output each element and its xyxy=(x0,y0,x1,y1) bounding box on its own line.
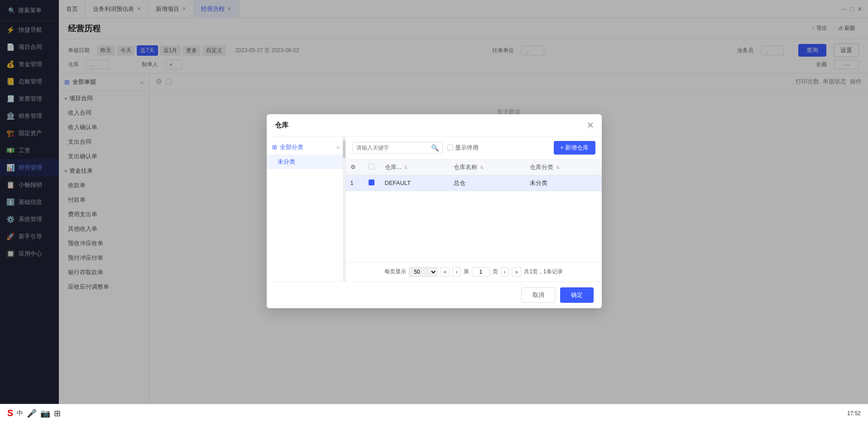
table-row[interactable]: 1 DEFAULT 总仓 未分类 xyxy=(346,175,602,191)
tree-scrollbar-thumb xyxy=(343,140,345,158)
modal-overlay: 仓库 ✕ ⊞ 全部分类 « 未分类 xyxy=(0,0,868,422)
prev-page-btn[interactable]: ‹ xyxy=(452,267,460,276)
row-checkbox[interactable] xyxy=(364,175,380,191)
show-disabled-label: 显示停用 xyxy=(455,144,479,152)
taskbar-icon-chinese[interactable]: 中 xyxy=(17,409,23,417)
th-category: 仓库分类 ⇅ xyxy=(525,160,601,175)
modal-total: 共1页，1条记录 xyxy=(524,268,562,276)
th-checkbox xyxy=(364,160,380,175)
row-name: 总仓 xyxy=(449,175,525,191)
grid-icon: ⊞ xyxy=(272,144,277,150)
th-code: 仓库... ⇅ xyxy=(380,160,449,175)
taskbar: S 中 🎤 📷 ⊞ 17:52 xyxy=(0,404,868,422)
modal-tree-all-label: 全部分类 xyxy=(280,143,303,151)
show-disabled-checkbox[interactable]: 显示停用 xyxy=(447,144,479,152)
row-code: DEFAULT xyxy=(380,175,449,191)
search-icon: 🔍 xyxy=(431,144,439,151)
th-name: 仓库名称 ⇅ xyxy=(449,160,525,175)
taskbar-icons: S 中 🎤 📷 ⊞ xyxy=(7,408,61,418)
warehouse-search-input[interactable] xyxy=(356,145,431,151)
page-calc-label: 第 xyxy=(464,268,469,276)
confirm-button[interactable]: 确定 xyxy=(560,287,594,303)
next-page-btn[interactable]: › xyxy=(501,267,509,276)
row-id: 1 xyxy=(346,175,364,191)
taskbar-icon-grid[interactable]: ⊞ xyxy=(54,408,61,418)
modal-close-button[interactable]: ✕ xyxy=(587,121,594,131)
per-page-label: 每页显示 xyxy=(384,268,406,276)
modal-tree-collapse-icon[interactable]: « xyxy=(336,144,340,150)
sort-icon: ⇅ xyxy=(480,165,484,170)
row-category: 未分类 xyxy=(525,175,601,191)
taskbar-time: 17:52 xyxy=(847,410,861,417)
modal-title: 仓库 xyxy=(275,121,288,130)
modal-header: 仓库 ✕ xyxy=(267,114,602,136)
modal-tree-panel: ⊞ 全部分类 « 未分类 xyxy=(267,136,346,281)
modal-page-input[interactable] xyxy=(472,267,490,276)
modal-toolbar: 🔍 显示停用 + 新增仓库 xyxy=(346,136,602,160)
th-settings: ⚙ xyxy=(346,160,364,175)
taskbar-icon-s[interactable]: S xyxy=(7,408,13,418)
modal-body: ⊞ 全部分类 « 未分类 🔍 xyxy=(267,136,602,281)
sort-icon: ⇅ xyxy=(404,165,408,170)
col-settings-icon[interactable]: ⚙ xyxy=(350,164,356,170)
modal-table-wrap: ⚙ 仓库... ⇅ 仓库名称 xyxy=(346,160,602,262)
first-page-btn[interactable]: « xyxy=(440,267,450,276)
tree-scrollbar-track xyxy=(343,136,345,281)
cancel-button[interactable]: 取消 xyxy=(521,287,556,303)
modal-footer: 取消 确定 xyxy=(267,281,602,308)
warehouse-search-box[interactable]: 🔍 xyxy=(352,142,443,154)
row-select-checkbox[interactable] xyxy=(369,179,374,185)
modal-pagination: 每页显示 50 100 « ‹ 第 页 › » 共1页，1条记录 xyxy=(346,262,602,281)
taskbar-icon-camera[interactable]: 📷 xyxy=(40,408,50,418)
disabled-checkbox[interactable] xyxy=(447,145,453,150)
modal-tree-all[interactable]: ⊞ 全部分类 « xyxy=(267,140,345,155)
modal-content: 🔍 显示停用 + 新增仓库 ⚙ xyxy=(346,136,602,281)
page-label: 页 xyxy=(493,268,498,276)
modal-tree-item-uncategorized[interactable]: 未分类 xyxy=(267,155,345,169)
sort-icon: ⇅ xyxy=(556,165,560,170)
select-all-checkbox[interactable] xyxy=(369,164,374,170)
warehouse-modal: 仓库 ✕ ⊞ 全部分类 « 未分类 xyxy=(267,114,602,308)
warehouse-table: ⚙ 仓库... ⇅ 仓库名称 xyxy=(346,160,602,191)
last-page-btn[interactable]: » xyxy=(512,267,521,276)
add-warehouse-button[interactable]: + 新增仓库 xyxy=(554,141,595,155)
taskbar-icon-mic[interactable]: 🎤 xyxy=(27,408,37,418)
modal-page-size-select[interactable]: 50 100 xyxy=(409,267,437,277)
